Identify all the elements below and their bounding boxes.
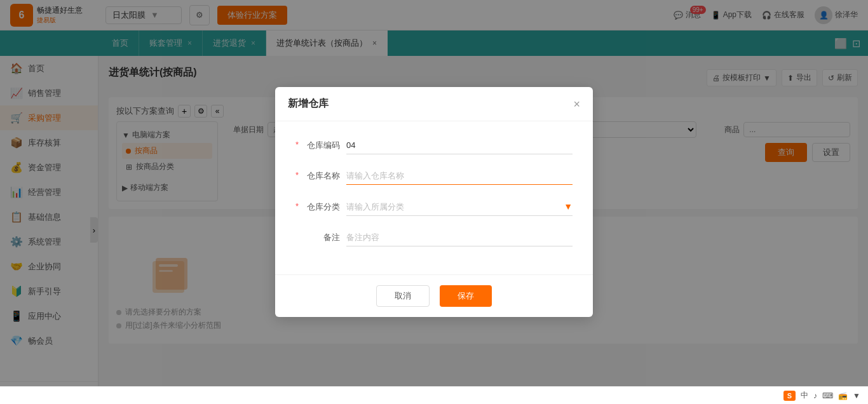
- dialog-header: 新增仓库 ×: [275, 87, 593, 121]
- sougou-icon: S: [783, 391, 796, 401]
- broadcast-icon[interactable]: 📻: [838, 391, 848, 400]
- audio-icon[interactable]: ♪: [813, 391, 817, 400]
- keyboard-icon[interactable]: ⌨: [822, 391, 833, 400]
- category-select[interactable]: 请输入所属分类: [346, 202, 564, 212]
- form-row-remark: 备注: [295, 229, 573, 246]
- form-row-name: 仓库名称: [295, 167, 573, 185]
- code-label: 仓库编码: [295, 140, 346, 151]
- statusbar: S 中 ♪ ⌨ 📻 ▼: [0, 386, 868, 404]
- dialog-body: 仓库编码 仓库名称 仓库分类 请输入所属分类 ▼: [275, 121, 593, 274]
- name-label: 仓库名称: [295, 170, 346, 182]
- chinese-input-icon[interactable]: 中: [801, 390, 808, 401]
- warehouse-name-input[interactable]: [346, 167, 573, 185]
- category-label: 仓库分类: [295, 201, 346, 213]
- category-select-wrapper: 请输入所属分类 ▼: [346, 198, 573, 216]
- dialog-footer: 取消 保存: [275, 274, 593, 317]
- form-row-category: 仓库分类 请输入所属分类 ▼: [295, 198, 573, 216]
- remark-label: 备注: [295, 232, 346, 243]
- dialog-new-warehouse: 新增仓库 × 仓库编码 仓库名称 仓库分类: [275, 87, 593, 317]
- save-button[interactable]: 保存: [440, 285, 492, 307]
- modal-overlay: 新增仓库 × 仓库编码 仓库名称 仓库分类: [0, 0, 868, 404]
- dialog-title: 新增仓库: [288, 97, 329, 111]
- cancel-button[interactable]: 取消: [376, 285, 430, 307]
- dialog-close-button[interactable]: ×: [573, 98, 580, 110]
- warehouse-remark-input[interactable]: [346, 229, 573, 246]
- more-icon[interactable]: ▼: [853, 391, 860, 400]
- form-row-code: 仓库编码: [295, 137, 573, 154]
- category-dropdown-arrow: ▼: [564, 201, 573, 212]
- warehouse-code-input[interactable]: [346, 137, 573, 154]
